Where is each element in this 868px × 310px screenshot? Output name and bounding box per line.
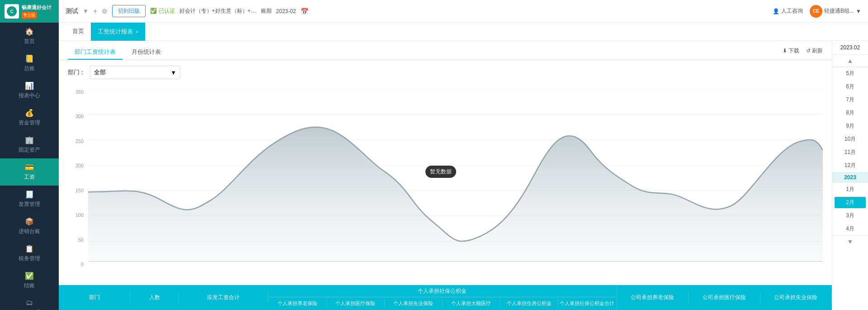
date-month-jan[interactable]: 1月 [832, 183, 868, 196]
subtab-month[interactable]: 月份统计表 [125, 45, 168, 60]
logo-icon: C [5, 4, 19, 19]
help-icon: 👤 [773, 8, 779, 14]
date-month-7[interactable]: 7月 [832, 93, 868, 106]
help-btn[interactable]: 👤 人工咨询 [773, 7, 803, 15]
sidebar-item-tax[interactable]: 📋 税务管理 [0, 240, 59, 267]
user-dropdown-icon: ▼ [856, 8, 861, 14]
th-co-medical: 公司承担医疗保险 [689, 292, 760, 303]
sidebar-item-reports[interactable]: 📊 报表中心 [0, 77, 59, 104]
logo-text: 畅康通好会计 专业版 [22, 4, 52, 19]
main-area: 测试 ▼ + ⚙ 切到旧版 ✅ 已认证 好会计（专）+好生意（标）+… 账期 2… [59, 0, 868, 310]
dept-filter-label: 部门： [68, 68, 85, 76]
user-profile[interactable]: CE 轻捷通B组... ▼ [810, 5, 861, 18]
chart-container: 350 300 250 200 150 100 50 0 [68, 89, 823, 281]
date-nav-top: ▲ [832, 55, 868, 67]
sidebar-item-archive[interactable]: 🗂 归档管理 [0, 294, 59, 310]
th-count: 人数 [130, 292, 179, 303]
sidebar: C 畅康通好会计 专业版 🏠 首页 📒 总账 📊 报表中心 💰 资金管理 🏢 固… [0, 0, 59, 310]
th-salary: 应发工资合计 [179, 292, 268, 303]
switch-old-btn[interactable]: 切到旧版 [112, 5, 146, 17]
y-label-50: 50 [78, 237, 84, 243]
topbar-plus[interactable]: + [93, 7, 97, 15]
assets-icon: 🏢 [25, 136, 34, 144]
date-month-9[interactable]: 9月 [832, 119, 868, 133]
sidebar-item-funds[interactable]: 💰 资金管理 [0, 104, 59, 131]
date-month-12[interactable]: 12月 [832, 159, 868, 172]
date-month-11[interactable]: 11月 [832, 146, 868, 159]
th-g1-col3: 个人承担失业保险 [385, 299, 443, 308]
y-axis: 350 300 250 200 150 100 50 0 [68, 89, 86, 267]
dept-filter-select[interactable]: 全部 ▼ [90, 66, 180, 79]
content-area: 部门工资统计表 月份统计表 ⬇ 下载 ↺ 刷新 部门： [59, 41, 868, 310]
date-month-10[interactable]: 10月 [832, 133, 868, 146]
sidebar-item-label: 资金管理 [19, 119, 40, 127]
date-month-8[interactable]: 8月 [832, 106, 868, 119]
y-label-350: 350 [75, 89, 84, 95]
sidebar-item-assets[interactable]: 🏢 固定资产 [0, 131, 59, 158]
sidebar-item-label: 进销台账 [19, 228, 40, 235]
y-label-100: 100 [75, 212, 84, 218]
chart-svg-container: 暂无数据 [88, 89, 823, 267]
sidebar-logo: C 畅康通好会计 专业版 [0, 0, 59, 23]
y-label-200: 200 [75, 163, 84, 168]
th-group1-subs: 个人承担养老保险 个人承担医疗保险 个人承担失业保险 个人承担大额医疗 个人承担… [269, 299, 616, 308]
download-icon: ⬇ [783, 48, 787, 54]
select-arrow-icon: ▼ [170, 69, 176, 76]
th-g1-col2: 个人承担医疗保险 [327, 299, 385, 308]
sidebar-nav: 🏠 首页 📒 总账 📊 报表中心 💰 资金管理 🏢 固定资产 💳 工资 🧾 发票… [0, 23, 59, 310]
salary-icon: 💳 [25, 163, 34, 172]
date-month-feb[interactable]: 2月 [835, 197, 866, 208]
date-down-btn[interactable]: ▼ [847, 238, 854, 245]
date-month-5[interactable]: 5月 [832, 67, 868, 80]
th-co-unemployment: 公司承担失业保险 [760, 292, 832, 303]
tab-salary[interactable]: 工资统计报表 × [91, 23, 145, 41]
tab-close-icon[interactable]: × [136, 29, 138, 34]
sidebar-item-salary[interactable]: 💳 工资 [0, 158, 59, 186]
main-panel: 部门工资统计表 月份统计表 ⬇ 下载 ↺ 刷新 部门： [59, 41, 832, 310]
y-label-300: 300 [75, 114, 84, 119]
download-btn[interactable]: ⬇ 下载 [783, 47, 799, 55]
sidebar-item-ledger[interactable]: 📒 总账 [0, 50, 59, 77]
tabbar: 首页 工资统计报表 × [59, 23, 868, 41]
svg-text:C: C [10, 9, 13, 14]
sidebar-item-checkout[interactable]: ✅ 结账 [0, 267, 59, 294]
calendar-icon[interactable]: 📅 [301, 8, 308, 15]
topbar-tags: 好会计（专）+好生意（标）+… [179, 7, 256, 15]
date-month-6[interactable]: 6月 [832, 80, 868, 93]
sidebar-item-label: 工资 [24, 173, 35, 181]
sidebar-item-label: 首页 [24, 38, 35, 45]
invoices-icon: 🧾 [25, 190, 34, 199]
date-header: 2023.02 [832, 41, 868, 55]
tax-icon: 📋 [25, 244, 34, 253]
date-nav-bottom: ▼ [832, 235, 868, 248]
refresh-btn[interactable]: ↺ 刷新 [806, 47, 823, 55]
y-label-0: 0 [81, 262, 84, 267]
right-panel: 2023.02 ▲ 5月 6月 7月 8月 9月 10月 11月 12月 202… [832, 41, 868, 310]
table-header: 部门 人数 应发工资合计 个人承担社保公积金 个人承担养老保险 个人承担医疗保险… [59, 285, 832, 310]
home-icon: 🏠 [25, 27, 34, 36]
y-label-250: 250 [75, 138, 84, 144]
tab-home[interactable]: 首页 [66, 23, 91, 41]
topbar-gear[interactable]: ⚙ [102, 8, 108, 15]
th-group1: 个人承担社保公积金 个人承担养老保险 个人承担医疗保险 个人承担失业保险 个人承… [268, 286, 617, 310]
avatar: CE [810, 5, 822, 18]
chart-area: 350 300 250 200 150 100 50 0 [59, 85, 832, 285]
date-month-apr[interactable]: 4月 [832, 222, 868, 235]
chart-tooltip: 暂无数据 [425, 166, 456, 178]
date-up-btn[interactable]: ▲ [847, 57, 854, 64]
subtab-dept[interactable]: 部门工资统计表 [68, 45, 123, 60]
th-dept: 部门 [59, 292, 130, 303]
sidebar-item-label: 税务管理 [19, 255, 40, 262]
subtab-left: 部门工资统计表 月份统计表 [68, 45, 168, 60]
sidebar-item-label: 固定资产 [19, 146, 40, 154]
topbar-right: 👤 人工咨询 CE 轻捷通B组... ▼ [773, 5, 861, 18]
sidebar-item-home[interactable]: 🏠 首页 [0, 23, 59, 50]
sidebar-item-trade[interactable]: 📦 进销台账 [0, 213, 59, 240]
project-title: 测试 [66, 7, 78, 15]
reports-icon: 📊 [25, 81, 34, 90]
sidebar-item-label: 报表中心 [19, 92, 40, 100]
archive-icon: 🗂 [26, 299, 33, 307]
sidebar-item-invoices[interactable]: 🧾 发票管理 [0, 186, 59, 213]
ledger-icon: 📒 [25, 54, 34, 63]
date-month-mar[interactable]: 3月 [832, 209, 868, 222]
